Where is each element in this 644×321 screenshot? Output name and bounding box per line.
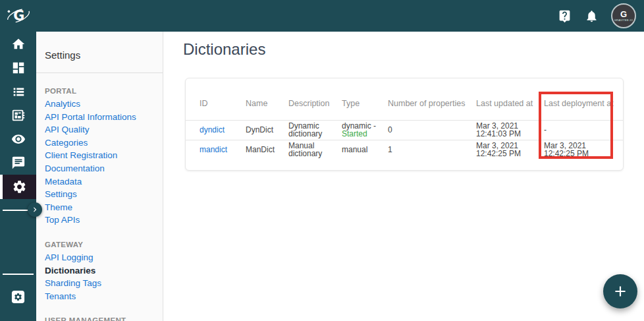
developer-board-icon: [11, 108, 26, 123]
cell-properties-count: 0: [388, 127, 476, 134]
sidebar-item-api-portal-informations[interactable]: API Portal Informations: [45, 111, 163, 124]
avatar-caption: GRAVITEE.IO: [614, 18, 633, 22]
settings-nav: PORTAL Analytics API Portal Informations…: [36, 87, 163, 321]
settings-gear-icon: [12, 179, 27, 194]
column-header-description: Description: [288, 100, 342, 108]
sidebar-item-api-quality[interactable]: API Quality: [45, 123, 163, 136]
notifications-bell-icon[interactable]: [584, 9, 599, 23]
topbar-actions: G GRAVITEE.IO: [557, 3, 644, 28]
cell-properties-count: 1: [388, 146, 476, 154]
sidebar-item-theme[interactable]: Theme: [45, 201, 163, 214]
dictionaries-table-card: ID Name Description Type Number of prope…: [185, 78, 624, 171]
updated-time: 12:42:25 PM: [476, 150, 539, 158]
sidebar-item-settings[interactable]: Settings: [45, 188, 163, 201]
sidebar-item-categories[interactable]: Categories: [45, 136, 163, 150]
section-label-portal: PORTAL: [45, 87, 163, 95]
updated-time: 12:41:03 PM: [476, 131, 539, 138]
sidebar-item-dictionaries[interactable]: Dictionaries: [45, 264, 163, 277]
sidebar-item-api-logging[interactable]: API Logging: [45, 251, 163, 264]
sidebar-collapse-button[interactable]: [28, 202, 42, 217]
chat-icon: [11, 156, 26, 170]
rail-item-messages[interactable]: [0, 151, 36, 175]
cell-last-updated: Mar 3, 2021 12:42:25 PM: [476, 142, 544, 158]
eye-icon: [11, 132, 26, 146]
sidebar-item-documentation[interactable]: Documentation: [45, 162, 163, 175]
cell-type: manual: [342, 146, 388, 154]
table-row-dyndict: dyndict DynDict Dynamic dictionary dynam…: [186, 120, 623, 140]
column-header-number-of-properties: Number of properties: [388, 100, 476, 108]
settings-side-panel: Settings PORTAL Analytics API Portal Inf…: [36, 32, 163, 321]
rail-item-audit[interactable]: [0, 127, 36, 151]
cell-name: ManDict: [246, 146, 288, 154]
home-icon: [11, 37, 26, 51]
add-dictionary-fab-button[interactable]: [603, 274, 637, 308]
cell-description: Dynamic dictionary: [288, 123, 342, 138]
rail-item-organization-settings[interactable]: [0, 287, 36, 306]
deployed-date: -: [544, 127, 618, 134]
icon-rail-sidebar: [0, 32, 36, 321]
section-label-gateway: GATEWAY: [45, 241, 163, 248]
section-label-user-management: USER MANAGEMENT: [45, 316, 163, 321]
cell-name: DynDict: [246, 127, 288, 134]
page-title: Dictionaries: [183, 40, 644, 59]
column-header-id: ID: [200, 100, 246, 108]
gravitee-logo[interactable]: G: [0, 0, 36, 32]
type-value: manual: [342, 146, 383, 154]
gravitee-logo-icon: G: [5, 5, 32, 27]
chevron-right-icon: [30, 205, 40, 214]
dashboard-grid-icon: [11, 61, 26, 75]
top-bar: G G GRAVITEE.IO: [0, 0, 644, 32]
sidebar-item-top-apis[interactable]: Top APIs: [45, 214, 163, 227]
column-header-last-deployment-at: Last deployment at: [544, 100, 623, 108]
column-header-last-updated-at: Last updated at: [476, 100, 544, 108]
main-content: Dictionaries ID Name Description Type Nu…: [163, 32, 644, 321]
list-icon: [11, 84, 26, 99]
sidebar-item-sharding-tags[interactable]: Sharding Tags: [45, 277, 163, 290]
cell-type: dynamic - Started: [342, 123, 388, 138]
cell-last-deployment: -: [544, 127, 623, 134]
rail-item-settings[interactable]: [0, 175, 36, 199]
status-badge-started: Started: [342, 131, 383, 138]
table-header-row: ID Name Description Type Number of prope…: [186, 78, 623, 120]
sidebar-item-metadata[interactable]: Metadata: [45, 175, 163, 189]
table-row-mandict: mandict ManDict Manual dictionary manual…: [186, 140, 623, 160]
panel-divider: [36, 73, 163, 73]
user-avatar[interactable]: G GRAVITEE.IO: [611, 3, 636, 28]
rail-item-apis[interactable]: [0, 56, 36, 80]
rail-item-gateways[interactable]: [0, 103, 36, 127]
panel-title: Settings: [36, 32, 163, 61]
deployed-time: 12:42:25 PM: [544, 150, 618, 158]
rail-divider: [3, 274, 34, 275]
org-settings-icon: [11, 289, 26, 305]
sidebar-item-tenants[interactable]: Tenants: [45, 290, 163, 303]
rail-item-applications[interactable]: [0, 80, 36, 103]
cell-last-deployment: Mar 3, 2021 12:42:25 PM: [544, 142, 623, 158]
sidebar-item-analytics[interactable]: Analytics: [45, 98, 163, 111]
column-header-type: Type: [342, 100, 388, 108]
cell-description: Manual dictionary: [288, 142, 342, 158]
column-header-name: Name: [246, 100, 288, 108]
plus-icon: [612, 283, 629, 300]
dictionary-link-mandict[interactable]: mandict: [200, 145, 227, 154]
avatar-letter: G: [620, 10, 627, 18]
help-icon[interactable]: [557, 9, 572, 23]
cell-last-updated: Mar 3, 2021 12:41:03 PM: [476, 123, 544, 138]
rail-item-dashboard[interactable]: [0, 32, 36, 56]
sidebar-item-client-registration[interactable]: Client Registration: [45, 149, 163, 162]
dictionary-link-dyndict[interactable]: dyndict: [200, 125, 225, 134]
